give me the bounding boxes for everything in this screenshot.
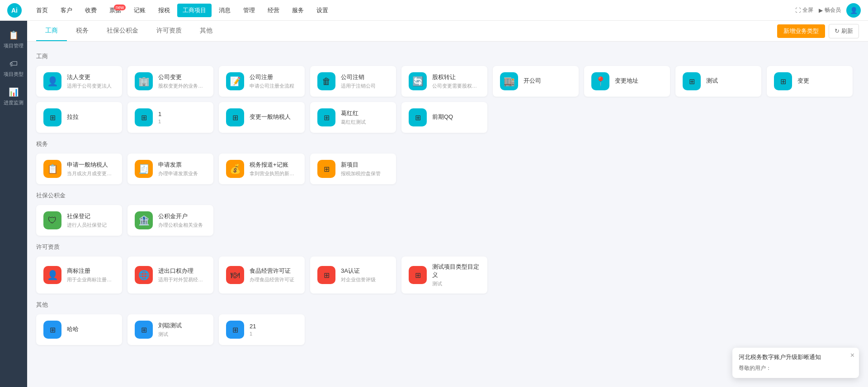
card-grid-xuke: 👤 商标注册 用于企业商标注册服务 🌐 进出口权办理 适用于对外贸易经营者 🍽 …: [36, 256, 859, 294]
card-shebaodjl[interactable]: 🛡 社保登记 进行人员社保登记: [36, 205, 122, 236]
card-gehonghong[interactable]: ⊞ 葛红红 葛红红测试: [310, 102, 396, 133]
card-biangengns[interactable]: ⊞ 变更一般纳税人: [219, 102, 305, 133]
nav-manage[interactable]: 管理: [238, 4, 260, 17]
project-type-icon: 🏷: [8, 58, 19, 69]
card-grid-gongshang: 👤 法人变更 适用于公司变更法人 🏢 公司变更 股权变更外的业务变更 📝 公司注…: [36, 66, 859, 133]
fullscreen-icon: ⛶: [795, 7, 801, 14]
nav-operation[interactable]: 经营: [262, 4, 285, 17]
card-xinxiangmu[interactable]: ⊞ 新项目 报税加税控盘保管: [310, 154, 396, 184]
refresh-button[interactable]: ↻ 刷新: [829, 24, 859, 38]
tab-bar: 工商 税务 社保公积金 许可资质 其他 新增业务类型 ↻ 刷新: [27, 21, 868, 42]
nav-bookkeeping[interactable]: 记账: [128, 4, 151, 17]
card-grid-qita: ⊞ 哈哈 ⊞ 刘聪测试 测试 ⊞ 21 1: [36, 314, 859, 345]
content-area: 工商 👤 法人变更 适用于公司变更法人 🏢 公司变更 股权变更外的业务变更 📝: [27, 42, 868, 387]
nav-right-area: ⛶ 全屏 ▶ 畅会员 👤: [795, 3, 861, 18]
card-shenqingfp[interactable]: 🧾 申请发票 办理申请发票业务: [127, 154, 213, 184]
card-icon-haha: ⊞: [43, 321, 61, 339]
card-icon-guquan: 🔄: [409, 72, 427, 90]
card-icon-liucong: ⊞: [135, 321, 153, 339]
card-gongsizhu2[interactable]: 🗑 公司注销 适用于注销公司: [310, 66, 396, 97]
card-icon-farendian: 👤: [43, 72, 61, 90]
card-haha[interactable]: ⊞ 哈哈: [36, 314, 122, 345]
card-icon-gongsibiangeng: 🏢: [135, 72, 153, 90]
section-title-shebao: 社保公积金: [36, 191, 859, 200]
card-ceshi[interactable]: ⊞ 测试: [675, 66, 761, 97]
sidebar-item-project-manage[interactable]: 📋 项目管理: [0, 25, 27, 54]
section-title-shuiwu: 税务: [36, 140, 859, 148]
member-icon: ▶: [819, 7, 823, 14]
card-shipin[interactable]: 🍽 食品经营许可证 办理食品经营许可证: [219, 256, 305, 294]
app-logo: Ai: [7, 3, 22, 18]
card-icon-1: ⊞: [135, 108, 153, 126]
card-jinchukou[interactable]: 🌐 进出口权办理 适用于对外贸易经营者: [127, 256, 213, 294]
nav-setting[interactable]: 设置: [311, 4, 334, 17]
section-title-qita: 其他: [36, 301, 859, 309]
card-gongsizhu[interactable]: 📝 公司注册 申请公司注册全流程: [219, 66, 305, 97]
card-icon-biangengns: ⊞: [226, 108, 244, 126]
progress-icon: 📊: [8, 87, 19, 98]
card-icon-shangbiao: 👤: [43, 266, 61, 284]
card-shangbiao[interactable]: 👤 商标注册 用于企业商标注册服务: [36, 256, 122, 294]
card-icon-shipin: 🍽: [226, 266, 244, 284]
nav-customer[interactable]: 客户: [55, 4, 78, 17]
card-ceshileixing[interactable]: ⊞ 测试项目类型目定义 测试: [401, 256, 487, 294]
section-title-gongshang: 工商: [36, 52, 859, 61]
nav-home[interactable]: 首页: [31, 4, 53, 17]
card-icon-ceshi: ⊞: [683, 72, 701, 90]
project-manage-icon: 📋: [8, 30, 19, 41]
card-icon-ceshileixing: ⊞: [409, 266, 427, 284]
card-gjjkh[interactable]: 🏦 公积金开户 办理公积金相关业务: [127, 205, 213, 236]
user-avatar[interactable]: 👤: [846, 3, 861, 18]
card-biangeng[interactable]: ⊞ 变更: [767, 66, 853, 97]
card-icon-shuiwubdao: 💰: [226, 160, 244, 178]
card-1[interactable]: ⊞ 1 1: [127, 102, 213, 133]
card-gongsibiangeng[interactable]: 🏢 公司变更 股权变更外的业务变更: [127, 66, 213, 97]
card-3a[interactable]: ⊞ 3A认证 对企业信誉评级: [310, 256, 396, 294]
section-title-xuke: 许可资质: [36, 243, 859, 251]
card-kaigongsi[interactable]: 🏬 开公司: [493, 66, 579, 97]
nav-industry[interactable]: 工商项目: [177, 4, 212, 17]
tab-shebao[interactable]: 社保公积金: [98, 21, 147, 41]
new-badge: new: [114, 5, 126, 10]
nav-tax[interactable]: 报税: [153, 4, 175, 17]
card-shuiwubdao[interactable]: 💰 税务报道+记账 拿到营业执照的新公司: [219, 154, 305, 184]
tab-gongshang[interactable]: 工商: [36, 21, 67, 41]
notification-title: 河北税务数字账户升级影晰通知: [739, 353, 853, 361]
card-lala[interactable]: ⊞ 拉拉: [36, 102, 122, 133]
sidebar: 📋 项目管理 🏷 项目类型 📊 进度监测: [0, 21, 27, 387]
card-biangengdizhi[interactable]: 📍 变更地址: [584, 66, 670, 97]
card-icon-shenqingfp: 🧾: [135, 160, 153, 178]
tab-xuke[interactable]: 许可资质: [147, 21, 191, 41]
card-shenqingns[interactable]: 📋 申请一般纳税人 当月或次月成变更完成: [36, 154, 122, 184]
tab-shuiwu[interactable]: 税务: [67, 21, 98, 41]
new-type-button[interactable]: 新增业务类型: [777, 24, 825, 38]
sidebar-item-project-type[interactable]: 🏷 项目类型: [0, 54, 27, 82]
member-button[interactable]: ▶ 畅会员: [819, 6, 841, 14]
nav-service[interactable]: 服务: [287, 4, 309, 17]
card-farendian[interactable]: 👤 法人变更 适用于公司变更法人: [36, 66, 122, 97]
nav-billing[interactable]: 收费: [80, 4, 102, 17]
card-icon-lala: ⊞: [43, 108, 61, 126]
card-icon-gjjkh: 🏦: [135, 211, 153, 229]
top-navigation: Ai 首页 客户 收费 票据new 记账 报税 工商项目 消息 管理 经营 服务…: [0, 0, 868, 21]
card-21[interactable]: ⊞ 21 1: [219, 314, 305, 345]
nav-message[interactable]: 消息: [213, 4, 236, 17]
fullscreen-button[interactable]: ⛶ 全屏: [795, 6, 813, 14]
nav-invoice[interactable]: 票据new: [104, 4, 127, 17]
card-icon-biangeng: ⊞: [774, 72, 792, 90]
notification-close-button[interactable]: ×: [850, 351, 854, 359]
tab-actions: 新增业务类型 ↻ 刷新: [777, 24, 859, 38]
sidebar-item-progress[interactable]: 📊 进度监测: [0, 82, 27, 111]
card-liucong[interactable]: ⊞ 刘聪测试 测试: [127, 314, 213, 345]
card-icon-kaigongsi: 🏬: [500, 72, 518, 90]
card-icon-shebaodjl: 🛡: [43, 211, 61, 229]
tab-qita[interactable]: 其他: [191, 21, 222, 41]
card-qianqiqq[interactable]: ⊞ 前期QQ: [401, 102, 487, 133]
refresh-icon: ↻: [835, 28, 840, 34]
card-guquan[interactable]: 🔄 股权转让 公司变更需要股权转让: [401, 66, 487, 97]
card-icon-biangengdizhi: 📍: [591, 72, 609, 90]
notification-popup: × 河北税务数字账户升级影晰通知 尊敬的用户：: [732, 348, 859, 378]
card-icon-gongsizhu: 📝: [226, 72, 244, 90]
card-icon-jinchukou: 🌐: [135, 266, 153, 284]
card-icon-xinxiangmu: ⊞: [317, 160, 335, 178]
